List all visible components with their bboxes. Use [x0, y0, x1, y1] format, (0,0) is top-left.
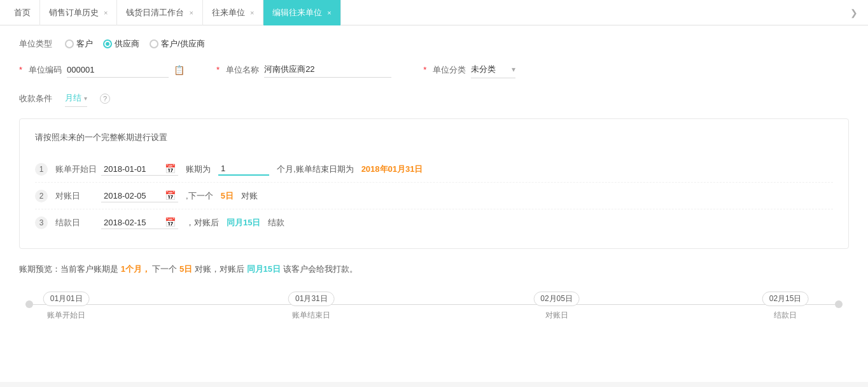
payment-date-calendar-icon[interactable]: 📅: [165, 217, 176, 227]
main-content: 单位类型 客户 供应商 客户/供应商 * 单位编码 📋 * 单位名称: [0, 25, 868, 382]
start-date-field: 📅: [101, 162, 178, 176]
reconcile-prefix-text: ,下一个: [186, 190, 213, 202]
preview-suffix: 该客户会给我打款。: [283, 264, 358, 274]
radio-both-label: 客户/供应商: [161, 38, 205, 50]
timeline-label-1: 账单开始日: [47, 310, 85, 321]
end-date-highlight: 2018年01月31日: [361, 164, 423, 175]
segment-num-3: 3: [35, 216, 48, 229]
radio-supplier-circle: [103, 39, 112, 48]
unit-category-chevron-icon: ▾: [512, 65, 515, 74]
tab-counterparty-label: 往来单位: [212, 7, 245, 18]
unit-category-value: 未分类: [471, 64, 509, 75]
unit-category-group: * 单位分类 未分类 ▾: [423, 61, 515, 78]
timeline-line: [25, 304, 843, 305]
timeline-badge-4: 02月15日: [762, 292, 809, 306]
timeline-label-3: 对账日: [545, 310, 568, 321]
unit-fields-row: * 单位编码 📋 * 单位名称 * 单位分类 未分类 ▾: [19, 61, 849, 78]
payment-prefix-text: ，对账后: [186, 217, 219, 229]
unit-type-row: 单位类型 客户 供应商 客户/供应商: [19, 38, 849, 50]
payment-date-input[interactable]: [104, 218, 161, 227]
tab-expand-button[interactable]: ❯: [845, 8, 863, 18]
preview-prefix: 账期预览：当前客户账期是: [19, 264, 118, 274]
timeline-dot-right: [835, 300, 843, 308]
unit-category-star: *: [423, 65, 426, 74]
timeline-point-1: 01月01日 账单开始日: [43, 292, 90, 321]
unit-code-label: 单位编码: [29, 64, 62, 76]
payment-date-field: 📅: [101, 216, 178, 229]
tab-sales-order-history-close[interactable]: ×: [104, 9, 108, 17]
payment-terms-label: 收款条件: [19, 93, 52, 104]
timeline-point-3: 02月05日 对账日: [533, 292, 580, 321]
tab-cash-workbench-close[interactable]: ×: [189, 9, 193, 17]
segment-label-2: 对账日: [55, 190, 94, 202]
help-icon[interactable]: ?: [100, 94, 110, 104]
unit-code-input[interactable]: [67, 62, 169, 78]
tab-cash-workbench[interactable]: 钱货日清工作台 ×: [117, 0, 202, 25]
unit-name-group: * 单位名称: [216, 62, 391, 78]
tab-sales-order-history-label: 销售订单历史: [49, 7, 99, 18]
radio-customer-label: 客户: [76, 38, 93, 50]
segment-title: 请按照未来的一个完整帐期进行设置: [35, 132, 833, 143]
reconcile-date-calendar-icon[interactable]: 📅: [165, 190, 176, 201]
radio-supplier[interactable]: 供应商: [103, 38, 139, 50]
copy-icon[interactable]: 📋: [174, 65, 185, 75]
payment-terms-row: 收款条件 月结 ▾ ?: [19, 90, 849, 107]
tab-counterparty-close[interactable]: ×: [250, 9, 254, 17]
radio-both-circle: [150, 39, 158, 48]
tab-home[interactable]: 首页: [5, 0, 40, 25]
segment-box: 请按照未来的一个完整帐期进行设置 1 账单开始日 📅 账期为 个月,账单结束日期…: [19, 118, 849, 249]
start-date-input[interactable]: [104, 164, 161, 174]
timeline-badge-1: 01月01日: [43, 292, 90, 306]
timeline-point-2: 01月31日 账单结束日: [288, 292, 335, 321]
preview-payment-highlight: 同月15日: [247, 264, 281, 274]
payment-terms-chevron-icon: ▾: [84, 95, 87, 102]
reconcile-day-highlight: 5日: [221, 190, 234, 202]
unit-name-label: 单位名称: [226, 64, 259, 76]
unit-code-group: * 单位编码 📋: [19, 62, 185, 78]
preview-reconcile-prefix: 下一个: [152, 264, 177, 274]
unit-name-input[interactable]: [264, 62, 391, 78]
payment-day-highlight: 同月15日: [227, 217, 260, 229]
tab-counterparty[interactable]: 往来单位 ×: [203, 0, 263, 25]
radio-customer-circle: [65, 39, 74, 48]
radio-customer[interactable]: 客户: [65, 38, 93, 50]
period-unit-text: 个月,账单结束日期为: [277, 164, 354, 175]
segment-row-1: 1 账单开始日 📅 账期为 个月,账单结束日期为 2018年01月31日: [35, 156, 833, 183]
preview-text: 账期预览：当前客户账期是 1个月， 下一个 5日 对账，对账后 同月15日 该客…: [19, 262, 849, 276]
segment-label-3: 结款日: [55, 217, 94, 229]
timeline: 01月01日 账单开始日 01月31日 账单结束日 02月05日 对账日 02月…: [25, 292, 843, 336]
reconcile-date-input[interactable]: [104, 191, 161, 201]
radio-supplier-label: 供应商: [115, 38, 139, 50]
segment-row-3: 3 结款日 📅 ，对账后 同月15日 结款: [35, 209, 833, 236]
timeline-point-4: 02月15日 结款日: [762, 292, 809, 321]
timeline-label-4: 结款日: [774, 310, 797, 321]
preview-period-highlight: 1个月，: [121, 264, 150, 274]
reconcile-suffix-text: 对账: [241, 190, 258, 202]
radio-both[interactable]: 客户/供应商: [150, 38, 205, 50]
period-input[interactable]: [218, 162, 269, 176]
unit-name-star: *: [216, 65, 220, 74]
payment-terms-select[interactable]: 月结 ▾: [65, 90, 87, 107]
unit-category-select[interactable]: 未分类 ▾: [471, 61, 515, 78]
preview-reconcile-suffix: 对账，对账后: [195, 264, 244, 274]
tab-sales-order-history[interactable]: 销售订单历史 ×: [40, 0, 117, 25]
reconcile-date-field: 📅: [101, 189, 178, 202]
segment-num-2: 2: [35, 190, 48, 202]
tab-cash-workbench-label: 钱货日清工作台: [126, 7, 184, 18]
unit-type-label: 单位类型: [19, 38, 52, 50]
start-date-calendar-icon[interactable]: 📅: [165, 164, 176, 174]
unit-code-star: *: [19, 65, 22, 74]
payment-suffix-text: 结款: [268, 217, 284, 229]
period-label: 账期为: [186, 164, 211, 175]
unit-type-radio-group: 客户 供应商 客户/供应商: [65, 38, 205, 50]
preview-section: 账期预览：当前客户账期是 1个月， 下一个 5日 对账，对账后 同月15日 该客…: [19, 262, 849, 336]
tab-edit-counterparty-close[interactable]: ×: [327, 9, 331, 17]
tab-edit-counterparty-label: 编辑往来单位: [272, 7, 322, 18]
timeline-badge-2: 01月31日: [288, 292, 335, 306]
tab-edit-counterparty[interactable]: 编辑往来单位 ×: [263, 0, 340, 25]
payment-terms-value: 月结: [65, 92, 81, 104]
preview-reconcile-highlight: 5日: [179, 264, 192, 274]
segment-row-2: 2 对账日 📅 ,下一个 5日 对账: [35, 183, 833, 209]
unit-category-label: 单位分类: [433, 64, 466, 76]
timeline-label-2: 账单结束日: [292, 310, 330, 321]
